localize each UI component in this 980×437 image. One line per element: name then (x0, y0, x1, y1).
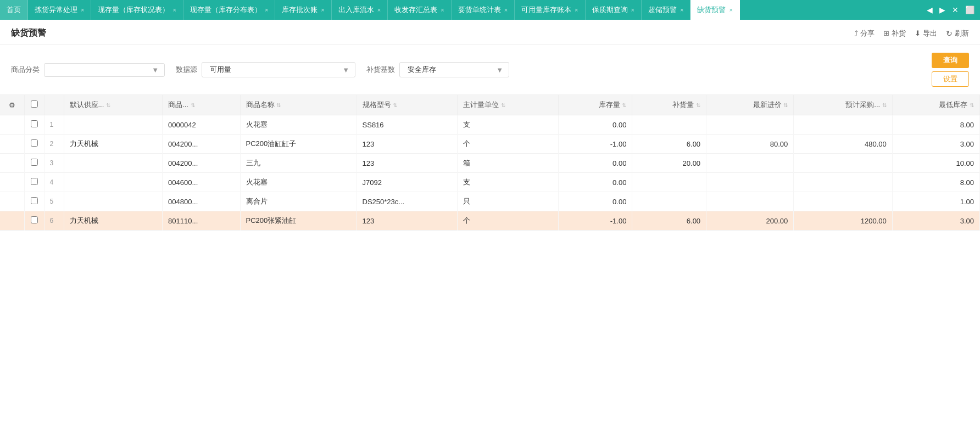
table-container: ⚙ 默认供应... ⇅ 商品... ⇅ 商品名称 (0, 95, 980, 231)
tab-available-ledger-label: 可用量库存账本 (521, 5, 571, 15)
row-checkbox[interactable] (31, 178, 38, 185)
row-default-supplier: 力天机械 (64, 135, 163, 154)
row-stock-qty: 0.00 (558, 115, 632, 135)
data-table: ⚙ 默认供应... ⇅ 商品... ⇅ 商品名称 (0, 95, 980, 231)
col-settings[interactable]: ⚙ (0, 95, 24, 115)
row-spec-model: J7092 (357, 173, 458, 192)
row-checkbox[interactable] (31, 197, 38, 204)
row-est-purchase: 480.00 (794, 135, 893, 154)
tab-receive-summary-close[interactable]: × (441, 7, 444, 13)
tab-inventory-status[interactable]: 现存量（库存状况表） × (91, 0, 183, 20)
row-latest-price (706, 154, 794, 173)
row-checkbox[interactable] (31, 120, 38, 127)
tab-inout-flow[interactable]: 出入库流水 × (332, 0, 388, 20)
tab-exception-close[interactable]: × (81, 7, 84, 13)
tab-overstock-warn[interactable]: 超储预警 × (642, 0, 691, 20)
category-select[interactable]: ▼ (44, 63, 165, 77)
category-dropdown-arrow-icon: ▼ (152, 66, 159, 74)
tab-batch-account-close[interactable]: × (321, 7, 324, 13)
row-min-stock: 10.00 (892, 154, 979, 173)
col-default-supplier[interactable]: 默认供应... ⇅ (64, 95, 163, 115)
tab-maximize-button[interactable]: ⬜ (962, 4, 978, 15)
row-checkbox[interactable] (31, 216, 38, 223)
header-actions: ⤴ 分享 ⊞ 补货 ⬇ 导出 ↻ 刷新 (854, 29, 969, 38)
row-number: 1 (44, 115, 64, 135)
row-checkbox-cell[interactable] (24, 154, 44, 173)
col-product-code-label: 商品... (168, 100, 188, 109)
row-spec-model: DS250*23c... (357, 192, 458, 211)
tab-shortage-warn-label: 缺货预警 (697, 5, 726, 15)
tab-navigation: ◀ ▶ ✕ ⬜ (921, 0, 980, 20)
row-number: 3 (44, 154, 64, 173)
tab-demand-stats[interactable]: 要货单统计表 × (452, 0, 515, 20)
row-checkbox-cell[interactable] (24, 115, 44, 135)
row-min-stock: 1.00 (892, 192, 979, 211)
tab-available-ledger-close[interactable]: × (575, 7, 578, 13)
row-checkbox[interactable] (31, 159, 38, 166)
row-checkbox-cell[interactable] (24, 135, 44, 154)
row-replenish-qty: 6.00 (632, 135, 706, 154)
col-product-name[interactable]: 商品名称 ⇅ (240, 95, 357, 115)
row-product-code: 004200... (163, 135, 240, 154)
row-unit: 支 (458, 173, 559, 192)
refresh-icon: ↻ (946, 29, 953, 38)
tab-prev-button[interactable]: ◀ (923, 4, 936, 15)
row-product-code: 004200... (163, 154, 240, 173)
col-stock-qty[interactable]: 库存量 ⇅ (558, 95, 632, 115)
col-spec-model[interactable]: 规格型号 ⇅ (357, 95, 458, 115)
row-default-supplier (64, 173, 163, 192)
row-checkbox-cell[interactable] (24, 211, 44, 231)
export-button[interactable]: ⬇ 导出 (915, 29, 937, 38)
query-button[interactable]: 查询 (932, 53, 969, 68)
row-checkbox-cell[interactable] (24, 192, 44, 211)
tab-expiry-query[interactable]: 保质期查询 × (586, 0, 642, 20)
tab-exception[interactable]: 拣货异常处理 × (28, 0, 91, 20)
settings-button[interactable]: 设置 (932, 71, 969, 87)
refresh-button[interactable]: ↻ 刷新 (946, 29, 969, 38)
row-product-name: 离合片 (240, 192, 357, 211)
col-product-code[interactable]: 商品... ⇅ (163, 95, 240, 115)
row-spec-model: SS816 (357, 115, 458, 135)
table-header-row: ⚙ 默认供应... ⇅ 商品... ⇅ 商品名称 (0, 95, 980, 115)
row-checkbox-cell[interactable] (24, 173, 44, 192)
col-est-purchase[interactable]: 预计采购... ⇅ (794, 95, 893, 115)
col-min-stock[interactable]: 最低库存 ⇅ (892, 95, 979, 115)
row-unit: 个 (458, 211, 559, 231)
row-settings-cell (0, 135, 24, 154)
col-replenish-qty[interactable]: 补货量 ⇅ (632, 95, 706, 115)
tab-available-ledger[interactable]: 可用量库存账本 × (515, 0, 585, 20)
tab-shortage-warn-close[interactable]: × (729, 7, 732, 13)
tab-batch-account[interactable]: 库存批次账 × (275, 0, 331, 20)
col-est-purchase-sort-icon: ⇅ (882, 102, 887, 108)
col-latest-price[interactable]: 最新进价 ⇅ (706, 95, 794, 115)
tab-shortage-warn[interactable]: 缺货预警 × (691, 0, 739, 20)
select-all-checkbox[interactable] (31, 100, 38, 108)
col-unit-label: 主计量单位 (463, 100, 499, 109)
tab-next-button[interactable]: ▶ (936, 4, 949, 15)
tab-inventory-status-close[interactable]: × (172, 7, 176, 13)
row-product-code: 801110... (163, 211, 240, 231)
col-unit-sort-icon: ⇅ (501, 102, 505, 108)
row-est-purchase (794, 115, 893, 135)
tab-inventory-dist[interactable]: 现存量（库存分布表） × (183, 0, 275, 20)
replenish-select[interactable]: 安全库存 ▼ (399, 62, 509, 77)
tab-receive-summary[interactable]: 收发存汇总表 × (388, 0, 451, 20)
row-min-stock: 3.00 (892, 211, 979, 231)
share-button[interactable]: ⤴ 分享 (854, 29, 875, 38)
tab-demand-stats-close[interactable]: × (504, 7, 508, 13)
datasource-select[interactable]: 可用量 ▼ (202, 62, 355, 77)
row-number: 6 (44, 211, 64, 231)
row-product-name: PC200油缸缸子 (240, 135, 357, 154)
row-checkbox[interactable] (31, 139, 38, 147)
replenish-button[interactable]: ⊞ 补货 (883, 29, 906, 38)
replenish-dropdown-arrow-icon: ▼ (496, 66, 503, 74)
col-unit[interactable]: 主计量单位 ⇅ (458, 95, 559, 115)
tab-close-all-button[interactable]: ✕ (949, 4, 962, 15)
col-default-supplier-label: 默认供应... (70, 100, 104, 109)
row-default-supplier (64, 115, 163, 135)
tab-home[interactable]: 首页 (0, 0, 28, 20)
tab-inventory-dist-close[interactable]: × (265, 7, 268, 13)
tab-overstock-warn-close[interactable]: × (680, 7, 683, 13)
tab-expiry-query-close[interactable]: × (631, 7, 634, 13)
tab-inout-flow-close[interactable]: × (377, 7, 381, 13)
